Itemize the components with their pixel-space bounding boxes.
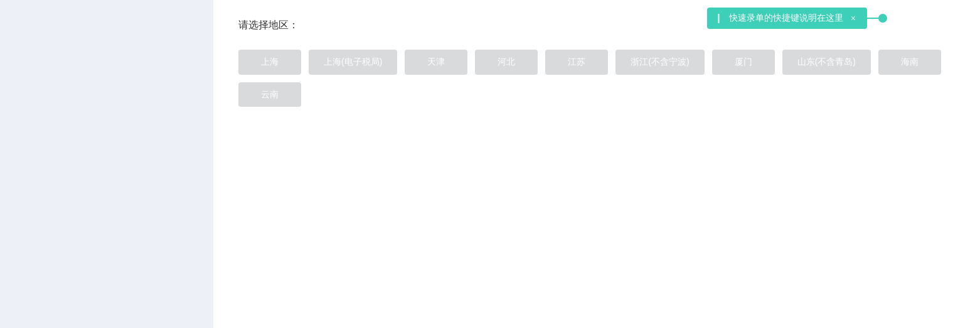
region-button-5[interactable]: 浙江(不含宁波) [615, 50, 704, 75]
region-button-7[interactable]: 山东(不含青岛) [782, 50, 871, 75]
region-button-9[interactable]: 云南 [238, 82, 301, 107]
region-buttons: 上海上海(电子税局)天津河北江苏浙江(不含宁波)厦门山东(不含青岛)海南云南 [238, 50, 955, 107]
region-button-3[interactable]: 河北 [475, 50, 538, 75]
left-sidebar [0, 0, 213, 328]
region-button-4[interactable]: 江苏 [545, 50, 608, 75]
tooltip-banner: 快速录单的快捷键说明在这里 × [707, 8, 867, 29]
tooltip-close-button[interactable]: × [850, 13, 857, 23]
region-button-6[interactable]: 厦门 [712, 50, 775, 75]
region-button-2[interactable]: 天津 [405, 50, 467, 75]
region-button-0[interactable]: 上海 [238, 50, 301, 75]
tooltip-text: 快速录单的快捷键说明在这里 [729, 13, 843, 24]
region-button-8[interactable]: 海南 [878, 50, 941, 75]
main-content: 请选择地区： 上海上海(电子税局)天津河北江苏浙江(不含宁波)厦门山东(不含青岛… [213, 0, 980, 328]
tooltip-dot [878, 14, 887, 23]
region-button-1[interactable]: 上海(电子税局) [309, 50, 397, 75]
